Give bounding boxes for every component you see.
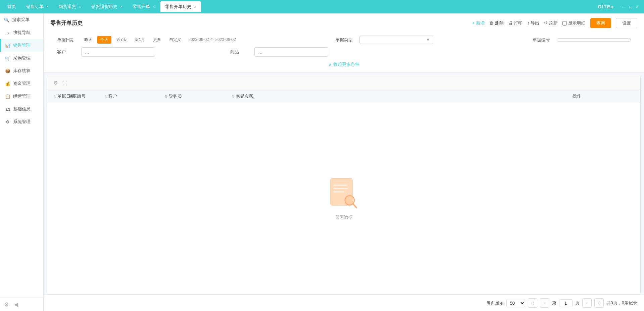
sort-icon[interactable]: ⇅ — [232, 95, 235, 98]
th-amount: ⇅ 实销金额 — [229, 90, 570, 103]
tab-close-2[interactable]: × — [79, 4, 81, 9]
window-controls: OfTEn — □ × — [598, 4, 641, 9]
collapse-row[interactable]: ∧ 收起更多条件 — [57, 60, 631, 69]
table-body: 暂无数据 — [47, 103, 640, 294]
goods-label: 商品 — [230, 49, 250, 55]
sidebar-item-basic-info[interactable]: 🗂 基础信息 — [0, 103, 43, 115]
table-header: ⇅ 单据日期 ⇅ 单据编号 ⇅ 客户 ⇅ 导购员 ⇅ 实销金额 — [47, 90, 640, 103]
top-tab-0[interactable]: 首页 — [3, 1, 21, 12]
date-custom[interactable]: 自定义 — [166, 36, 184, 44]
tab-close-3[interactable]: × — [120, 4, 122, 9]
settings-button[interactable]: 设置 — [616, 18, 637, 28]
system-icon: ⚙ — [5, 119, 10, 124]
sidebar-item-sales[interactable]: 📊 销售管理 — [0, 39, 43, 52]
date-today[interactable]: 今天 — [97, 36, 111, 44]
customer-input[interactable]: ... — [81, 47, 155, 57]
cart-icon: 🛒 — [5, 55, 10, 61]
date-yesterday[interactable]: 昨天 — [81, 36, 95, 44]
empty-doc-svg — [329, 177, 359, 210]
sidebar-item-finance[interactable]: 💰 资金管理 — [0, 77, 43, 90]
sidebar-item-system[interactable]: ⚙ 系统管理 — [0, 115, 43, 128]
search-icon: 🔍 — [4, 17, 9, 22]
doctype-select[interactable]: ▼ — [359, 36, 433, 44]
docnum-input[interactable] — [557, 38, 631, 42]
sort-icon[interactable]: ⇅ — [53, 95, 56, 98]
th-docnum: ⇅ 单据编号 — [61, 90, 102, 103]
print-button[interactable]: 🖨 打印 — [508, 20, 523, 26]
customer-dots: ... — [85, 49, 89, 55]
sort-icon[interactable]: ⇅ — [104, 95, 107, 98]
top-tab-5[interactable]: 零售开单历史× — [160, 1, 201, 12]
top-tab-2[interactable]: 销货退货× — [54, 1, 86, 12]
th-salesperson-label: 导购员 — [169, 93, 182, 99]
page-input[interactable] — [559, 299, 573, 307]
top-tab-3[interactable]: 销货退货历史× — [87, 1, 127, 12]
page-label: 第 — [552, 300, 556, 306]
restore-btn[interactable]: □ — [630, 4, 632, 9]
total-text: 共0页，0条记录 — [606, 300, 637, 306]
add-button[interactable]: + 新增 — [472, 20, 485, 26]
last-page-btn[interactable]: ⟩⟩ — [594, 298, 604, 308]
sidebar-settings-icon[interactable]: ⚙ — [4, 301, 9, 308]
docnum-label: 单据编号 — [533, 37, 553, 43]
sort-icon[interactable]: ⇅ — [64, 95, 67, 98]
collapse-icon: ∧ — [329, 62, 332, 67]
query-button[interactable]: 查询 — [590, 18, 611, 28]
date-shortcuts: 昨天 今天 近7天 近1月 更多 自定义 — [81, 36, 184, 44]
tab-bar: 首页销售订单×销货退货×销货退货历史×零售开单×零售开单历史× — [3, 1, 598, 12]
delete-button[interactable]: 🗑 删除 — [489, 20, 504, 26]
page-unit: 页 — [575, 300, 580, 306]
sidebar-item-purchase[interactable]: 🛒 采购管理 — [0, 52, 43, 64]
sort-icon[interactable]: ⇅ — [165, 95, 167, 98]
report-icon: 📋 — [5, 94, 10, 99]
refresh-button[interactable]: ↺ 刷新 — [544, 20, 558, 26]
top-tab-4[interactable]: 零售开单× — [128, 1, 160, 12]
top-tab-1[interactable]: 销售订单× — [21, 1, 53, 12]
date-7days[interactable]: 近7天 — [113, 36, 130, 44]
sidebar-search-label: 搜索采单 — [12, 17, 30, 23]
page-title: 零售开单历史 — [50, 20, 83, 27]
date-label: 单据日期 — [57, 37, 77, 43]
export-button[interactable]: ↑ 导出 — [527, 20, 539, 26]
per-page-label: 每页显示 — [486, 300, 504, 306]
sidebar-search[interactable]: 🔍 搜索采单 — [0, 13, 43, 26]
show-detail-checkbox-label[interactable]: 显示明细 — [562, 20, 586, 26]
th-salesperson: ⇅ 导购员 — [162, 90, 229, 103]
th-customer: ⇅ 客户 — [102, 90, 162, 103]
th-action: 操作 — [570, 90, 610, 103]
sidebar-collapse-icon[interactable]: ◀ — [14, 301, 18, 308]
tab-close-1[interactable]: × — [46, 4, 49, 9]
th-date: ⇅ 单据日期 — [51, 90, 61, 103]
sidebar-item-label: 库存核算 — [13, 68, 31, 74]
info-icon: 🗂 — [5, 106, 10, 112]
table-gear-icon[interactable]: ⚙ — [51, 78, 60, 88]
minimize-btn[interactable]: — — [621, 4, 626, 9]
toolbar: + 新增 🗑 删除 🖨 打印 ↑ 导出 ↺ 刷新 显示明细 查询 设置 — [472, 18, 637, 28]
first-page-btn[interactable]: ⟨⟨ — [528, 298, 537, 308]
tab-close-5[interactable]: × — [194, 4, 196, 9]
sidebar-item-operations[interactable]: 📋 经营管理 — [0, 90, 43, 103]
sidebar-item-label: 基础信息 — [13, 106, 31, 112]
next-page-btn[interactable]: ＞ — [582, 298, 592, 308]
show-detail-label: 显示明细 — [568, 20, 586, 26]
table-toolbar-row: ⚙ — [47, 76, 640, 90]
customer-label: 客户 — [57, 49, 77, 55]
home-icon: ⌂ — [5, 30, 10, 35]
date-1month[interactable]: 近1月 — [132, 36, 148, 44]
goods-input[interactable]: ... — [254, 47, 328, 57]
sidebar-item-inventory[interactable]: 📦 库存核算 — [0, 64, 43, 77]
per-page-select[interactable]: 50 100 200 — [506, 299, 525, 307]
select-all-checkbox[interactable] — [63, 81, 67, 85]
th-action-label: 操作 — [573, 93, 581, 99]
th-docnum-label: 单据编号 — [68, 93, 86, 99]
sidebar-item-label: 经营管理 — [13, 93, 31, 99]
close-btn[interactable]: × — [636, 4, 639, 9]
prev-page-btn[interactable]: ＜ — [540, 298, 549, 308]
filter-area: 单据日期 昨天 今天 近7天 近1月 更多 自定义 2023-06-02 至 2… — [50, 32, 637, 72]
sidebar-item-quicknav[interactable]: ⌂ 快捷导航 — [0, 26, 43, 39]
sidebar-item-label: 采购管理 — [13, 55, 31, 61]
date-more[interactable]: 更多 — [150, 36, 164, 44]
tab-close-4[interactable]: × — [153, 4, 155, 9]
show-detail-checkbox[interactable] — [562, 21, 567, 25]
filter-row-2: 客户 ... 商品 ... — [57, 47, 631, 57]
